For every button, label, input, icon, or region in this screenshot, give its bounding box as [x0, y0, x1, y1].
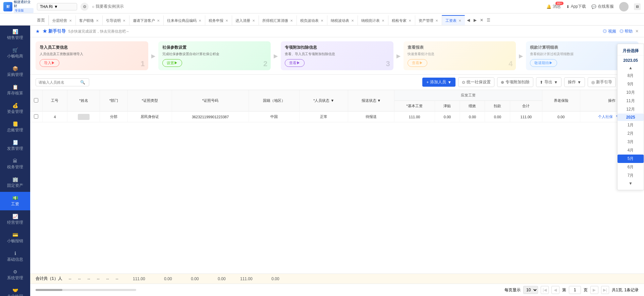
footer-dash1: --	[69, 277, 71, 281]
sidebar-item-ledger[interactable]: 📒 总账管理	[0, 118, 30, 136]
month-item-3[interactable]: 3月	[618, 138, 644, 146]
page-input[interactable]	[569, 286, 581, 294]
step3-btn[interactable]: 查看▶	[285, 59, 305, 67]
sidebar-item-ecommerce[interactable]: 🛒 小畅电商	[0, 44, 30, 62]
sidebar-item-assets[interactable]: 🏢 固定资产	[0, 173, 30, 192]
notification-button[interactable]: 🔔 消息 99+	[546, 4, 561, 9]
month-item-1[interactable]: 1月	[618, 121, 644, 129]
export-button[interactable]: ⬆ 导出 ▼	[536, 77, 561, 87]
tab-资产管理[interactable]: 资产管理 ✕	[415, 15, 442, 25]
close-icon[interactable]: ✕	[409, 19, 411, 23]
close-icon[interactable]: ✕	[225, 19, 228, 23]
sidebar-item-finance[interactable]: 💰 资金管理	[0, 99, 30, 118]
page-next-button[interactable]: ▶	[590, 286, 598, 294]
sidebar-item-purchase[interactable]: 📦 采购管理	[0, 62, 30, 81]
sidebar-item-management[interactable]: 📈 经营管理	[0, 210, 30, 229]
sidebar-item-collab[interactable]: 🤝 企业协同	[0, 284, 30, 296]
step2-btn[interactable]: 设置▶	[162, 59, 182, 67]
month-item-2025-year[interactable]: 2025	[618, 114, 644, 121]
sidebar-item-expense[interactable]: 💳 小畅报销	[0, 229, 30, 247]
step4-btn[interactable]: 查看▶	[408, 59, 427, 67]
close-icon[interactable]: ✕	[435, 19, 438, 23]
tab-税务申报[interactable]: 税务申报 ✕	[205, 15, 232, 25]
special-deduction-button[interactable]: ⊕ 专项附加扣除	[497, 77, 533, 87]
tab-所得税汇算清缴[interactable]: 所得税汇算清缴 ✕	[259, 15, 297, 25]
table-footer: 合计共（1）人 -- -- -- -- -- -- 111.00 0.00 0.…	[30, 273, 644, 284]
page-last-btn[interactable]: ▶|	[601, 286, 609, 294]
tab-邀请下游客户[interactable]: 邀请下游客户 ✕	[129, 15, 163, 25]
sidebar-item-salary[interactable]: 💵 工资	[0, 192, 30, 210]
video-link[interactable]: ◎ 视频	[603, 29, 616, 34]
close-icon[interactable]: ✕	[382, 19, 384, 23]
avatar[interactable]	[619, 2, 629, 11]
tab-进入清册[interactable]: 进入清册 ✕	[232, 15, 259, 25]
close-icon[interactable]: ✕	[157, 19, 160, 23]
personal-insurance-button[interactable]: 个人社保	[597, 114, 614, 119]
page-size-select[interactable]: 10 20 50	[523, 286, 538, 294]
tab-menu-button[interactable]: ☰	[485, 15, 492, 25]
tab-home[interactable]: 首页	[34, 15, 49, 25]
page-prev-button[interactable]: ◀	[551, 286, 559, 294]
month-item-12[interactable]: 12月	[618, 105, 644, 114]
tab-税负波动表[interactable]: 税负波动表 ✕	[297, 15, 327, 25]
tab-分层经营[interactable]: 分层经营 ✕	[49, 15, 75, 25]
month-item-6[interactable]: 6月	[618, 163, 644, 171]
tab-prev-button[interactable]: ◀	[465, 15, 472, 25]
sidebar-item-tax[interactable]: 🏛 税务管理	[0, 155, 30, 173]
search-input[interactable]	[39, 80, 79, 84]
step1-btn[interactable]: 导入▶	[40, 59, 59, 67]
tab-往来单位商品编码[interactable]: 往来单位商品编码 ✕	[163, 15, 205, 25]
help-link[interactable]: ◎ 帮助	[620, 29, 633, 34]
close-icon[interactable]: ✕	[69, 19, 72, 23]
month-item-9[interactable]: 9月	[618, 80, 644, 88]
select-all-checkbox[interactable]	[34, 98, 38, 102]
close-icon[interactable]: ✕	[252, 19, 255, 23]
tab-close-all-button[interactable]: ✕	[478, 15, 485, 25]
month-item-4[interactable]: 4月	[618, 146, 644, 155]
tab-税检专家[interactable]: 税检专家 ✕	[388, 15, 415, 25]
operation-button[interactable]: 操作 ▼	[564, 77, 585, 87]
sidebar-item-invoice[interactable]: 🧾 发票管理	[0, 136, 30, 155]
app-download-button[interactable]: ⬇ App下载	[566, 4, 586, 9]
row-checkbox[interactable]	[34, 114, 38, 119]
table-container: 工号 *姓名 *部门 *证照类型 *证照号码 国籍（地区） *人员状态 ▼ 报送…	[30, 90, 644, 273]
close-icon[interactable]: ✕	[351, 19, 354, 23]
month-up-button[interactable]: ▲	[628, 65, 634, 71]
guide-button[interactable]: ◎ 新手引导	[588, 77, 616, 87]
add-employee-button[interactable]: + 添加人员 ▼	[422, 78, 455, 87]
month-item-7[interactable]: 7月	[618, 171, 644, 180]
month-down-button[interactable]: ▼	[628, 180, 634, 186]
month-item-10[interactable]: 10月	[618, 88, 644, 97]
company-selector[interactable]: THA Ri ▼	[37, 3, 77, 10]
close-icon[interactable]: ✕	[199, 19, 201, 23]
month-item-5[interactable]: 5月	[618, 155, 644, 163]
close-icon[interactable]: ✕	[321, 19, 323, 23]
month-item-8[interactable]: 8月	[618, 72, 644, 80]
avatar2[interactable]: ⊟	[634, 3, 641, 10]
close-icon[interactable]: ✕	[96, 19, 99, 23]
month-panel-header: 月份选择	[618, 47, 644, 55]
tab-纳税统计表[interactable]: 纳税统计表 ✕	[358, 15, 388, 25]
tab-工资表[interactable]: 工资表 ✕	[442, 15, 465, 25]
close-icon[interactable]: ✕	[459, 19, 461, 23]
search-icon[interactable]: 🔍	[80, 80, 85, 85]
settings-button[interactable]: ⚙	[80, 3, 89, 11]
close-icon[interactable]: ✕	[123, 19, 125, 23]
month-item-11[interactable]: 11月	[618, 97, 644, 105]
tab-next-button[interactable]: ▶	[472, 15, 478, 25]
sidebar-item-inventory[interactable]: 📋 库存核算	[0, 81, 30, 99]
unified-setting-button[interactable]: ⊙ 统一社保设置	[458, 77, 494, 87]
demo-link[interactable]: ○ 我要看实例演示	[92, 4, 124, 9]
page-first-button[interactable]: |◀	[541, 286, 549, 294]
online-service-button[interactable]: 💬 在线客服	[591, 4, 614, 9]
month-item-2[interactable]: 2月	[618, 129, 644, 138]
tab-客户联络[interactable]: 客户联络 ✕	[75, 15, 102, 25]
tab-纳税波动表[interactable]: 纳税波动表 ✕	[327, 15, 358, 25]
guide-close-button[interactable]: ✕	[635, 29, 639, 34]
tab-引导说明[interactable]: 引导说明 ✕	[102, 15, 129, 25]
sidebar-item-system[interactable]: ⚙ 系统管理	[0, 266, 30, 284]
sidebar-item-sales[interactable]: 📊 销售管理	[0, 26, 30, 44]
step5-btn[interactable]: 敬请期待▶	[530, 59, 557, 67]
sidebar-item-info[interactable]: ℹ 基础信息	[0, 247, 30, 266]
close-icon[interactable]: ✕	[290, 19, 293, 23]
